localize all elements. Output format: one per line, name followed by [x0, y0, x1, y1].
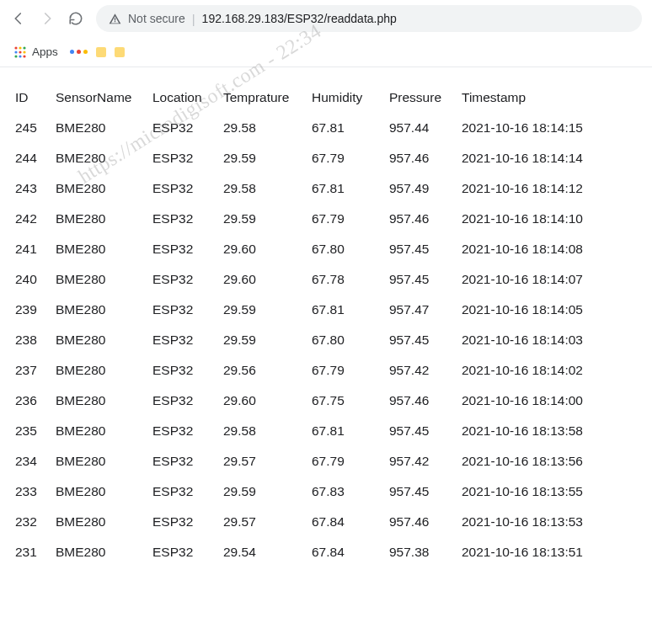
cell-humidity: 67.78	[312, 264, 389, 295]
header-timestamp: Timestamp	[462, 82, 637, 113]
svg-point-5	[23, 51, 25, 53]
cell-timestamp: 2021-10-16 18:14:07	[462, 264, 637, 295]
cell-timestamp: 2021-10-16 18:13:58	[462, 416, 637, 446]
cell-sensorname: BME280	[56, 355, 152, 386]
cell-pressure: 957.49	[389, 173, 462, 204]
cell-timestamp: 2021-10-16 18:14:05	[462, 295, 637, 325]
reload-button[interactable]	[67, 10, 84, 27]
cell-pressure: 957.46	[389, 386, 462, 416]
cell-sensorname: BME280	[56, 537, 152, 567]
dot-icon	[83, 50, 88, 54]
cell-humidity: 67.84	[312, 537, 389, 567]
cell-temperature: 29.59	[223, 204, 312, 234]
cell-timestamp: 2021-10-16 18:13:51	[462, 537, 637, 567]
cell-temperature: 29.59	[223, 143, 312, 173]
cell-sensorname: BME280	[56, 264, 152, 295]
cell-timestamp: 2021-10-16 18:14:02	[462, 355, 637, 386]
svg-point-6	[14, 55, 17, 57]
cell-sensorname: BME280	[56, 173, 152, 204]
cell-sensorname: BME280	[56, 113, 152, 143]
cell-id: 240	[15, 264, 56, 295]
cell-timestamp: 2021-10-16 18:14:08	[462, 234, 637, 264]
cell-temperature: 29.60	[223, 386, 312, 416]
table-row: 242BME280ESP3229.5967.79957.462021-10-16…	[15, 204, 637, 234]
not-secure-icon	[108, 12, 121, 25]
cell-timestamp: 2021-10-16 18:14:15	[462, 113, 637, 143]
svg-point-2	[23, 46, 25, 49]
cell-location: ESP32	[152, 264, 223, 295]
table-row: 232BME280ESP3229.5767.84957.462021-10-16…	[15, 507, 637, 537]
page-content: https://microdigisoft.com - 22:34 ID Sen…	[0, 67, 652, 583]
cell-timestamp: 2021-10-16 18:13:55	[462, 476, 637, 507]
table-row: 237BME280ESP3229.5667.79957.422021-10-16…	[15, 355, 637, 386]
table-row: 238BME280ESP3229.5967.80957.452021-10-16…	[15, 325, 637, 355]
table-row: 235BME280ESP3229.5867.81957.452021-10-16…	[15, 416, 637, 446]
cell-id: 233	[15, 476, 56, 507]
cell-id: 242	[15, 204, 56, 234]
cell-id: 241	[15, 234, 56, 264]
cell-temperature: 29.59	[223, 476, 312, 507]
bookmark-item-placeholder[interactable]	[70, 50, 88, 54]
cell-pressure: 957.45	[389, 325, 462, 355]
cell-sensorname: BME280	[56, 204, 152, 234]
cell-location: ESP32	[152, 295, 223, 325]
cell-id: 232	[15, 507, 56, 537]
cell-humidity: 67.81	[312, 416, 389, 446]
bookmark-folder-2[interactable]	[115, 47, 125, 57]
cell-humidity: 67.75	[312, 386, 389, 416]
cell-sensorname: BME280	[56, 295, 152, 325]
cell-pressure: 957.46	[389, 507, 462, 537]
svg-point-0	[14, 46, 17, 49]
cell-id: 234	[15, 446, 56, 476]
cell-id: 244	[15, 143, 56, 173]
cell-location: ESP32	[152, 537, 223, 567]
bookmarks-bar: Apps	[0, 37, 652, 67]
cell-pressure: 957.46	[389, 204, 462, 234]
cell-temperature: 29.58	[223, 416, 312, 446]
cell-sensorname: BME280	[56, 507, 152, 537]
address-divider: |	[192, 12, 195, 26]
folder-icon	[115, 47, 125, 57]
cell-pressure: 957.44	[389, 113, 462, 143]
cell-location: ESP32	[152, 386, 223, 416]
cell-pressure: 957.45	[389, 234, 462, 264]
cell-pressure: 957.47	[389, 295, 462, 325]
cell-humidity: 67.81	[312, 295, 389, 325]
dot-icon	[70, 50, 74, 54]
cell-timestamp: 2021-10-16 18:14:00	[462, 386, 637, 416]
cell-id: 238	[15, 325, 56, 355]
cell-temperature: 29.59	[223, 295, 312, 325]
apps-button[interactable]: Apps	[10, 44, 61, 61]
bookmark-folder-1[interactable]	[96, 47, 106, 57]
cell-sensorname: BME280	[56, 325, 152, 355]
cell-id: 235	[15, 416, 56, 446]
table-row: 245BME280ESP3229.5867.81957.442021-10-16…	[15, 113, 637, 143]
cell-timestamp: 2021-10-16 18:14:03	[462, 325, 637, 355]
cell-temperature: 29.58	[223, 113, 312, 143]
cell-location: ESP32	[152, 143, 223, 173]
svg-point-4	[19, 51, 21, 53]
forward-button[interactable]	[39, 10, 56, 27]
header-id: ID	[15, 82, 56, 113]
cell-sensorname: BME280	[56, 446, 152, 476]
cell-temperature: 29.59	[223, 325, 312, 355]
header-sensorname: SensorName	[56, 82, 152, 113]
table-row: 231BME280ESP3229.5467.84957.382021-10-16…	[15, 537, 637, 567]
cell-sensorname: BME280	[56, 234, 152, 264]
cell-pressure: 957.38	[389, 537, 462, 567]
cell-timestamp: 2021-10-16 18:13:53	[462, 507, 637, 537]
svg-point-1	[19, 46, 21, 49]
back-button[interactable]	[10, 10, 27, 27]
cell-pressure: 957.42	[389, 446, 462, 476]
cell-humidity: 67.79	[312, 446, 389, 476]
cell-location: ESP32	[152, 325, 223, 355]
cell-temperature: 29.60	[223, 234, 312, 264]
cell-id: 231	[15, 537, 56, 567]
cell-humidity: 67.80	[312, 234, 389, 264]
cell-timestamp: 2021-10-16 18:14:14	[462, 143, 637, 173]
table-row: 234BME280ESP3229.5767.79957.422021-10-16…	[15, 446, 637, 476]
cell-location: ESP32	[152, 446, 223, 476]
cell-id: 239	[15, 295, 56, 325]
address-bar[interactable]: Not secure | 192.168.29.183/ESP32/readda…	[96, 5, 642, 32]
browser-toolbar: Not secure | 192.168.29.183/ESP32/readda…	[0, 0, 652, 37]
